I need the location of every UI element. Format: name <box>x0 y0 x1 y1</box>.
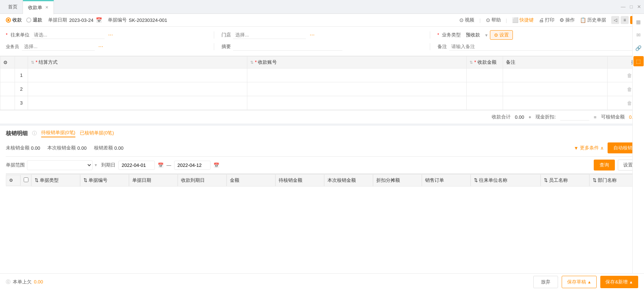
settings-button[interactable]: ⚙ 设置 <box>490 30 513 40</box>
row2-amount[interactable] <box>467 82 503 96</box>
staff-field: 业务员 ··· <box>6 43 207 51</box>
number-label: 单据编号 <box>108 17 127 23</box>
abandon-button[interactable]: 放弃 <box>533 276 558 288</box>
discount-input[interactable] <box>560 113 589 121</box>
row3-account[interactable] <box>247 96 467 110</box>
staff-more-btn[interactable]: ··· <box>97 43 105 50</box>
row2-account[interactable] <box>247 82 467 96</box>
gear-icon: ⚙ <box>494 32 498 38</box>
row2-settle[interactable] <box>28 82 247 96</box>
tab-home[interactable]: 首页 <box>3 0 23 14</box>
store-more-btn[interactable]: ··· <box>308 32 316 38</box>
bottom-col-amount: 金额 <box>227 174 275 187</box>
row1-gear <box>0 68 15 82</box>
layout-icon-1[interactable]: ◁ <box>611 16 619 24</box>
help-button[interactable]: ⊙ 帮助 <box>486 17 501 23</box>
row1-delete-icon[interactable]: 🗑 <box>627 72 632 78</box>
shortcut-button[interactable]: ⬜ 快捷键 <box>512 17 534 23</box>
calendar-to-icon[interactable]: 📅 <box>213 162 219 168</box>
select-all-checkbox[interactable] <box>24 177 28 182</box>
bottom-col-date: 单据日期 <box>129 174 178 187</box>
summary-row: 收款合计 0.00 + 现金折扣: = 可核销金额 0.00 <box>0 110 644 124</box>
close-button[interactable]: ✕ <box>637 4 641 9</box>
col-gear[interactable]: ⚙ <box>0 56 15 68</box>
date-field-group: 单据日期 2023-03-24 📅 <box>48 17 102 23</box>
sep2: | <box>506 17 507 23</box>
row3-settle[interactable] <box>28 96 247 110</box>
refund-radio-label: 退款 <box>33 17 42 23</box>
history-icon: 📋 <box>580 17 586 23</box>
row3-delete-icon[interactable]: 🗑 <box>627 100 632 106</box>
biz-type-chevron[interactable]: ▾ <box>485 32 488 38</box>
partner-label: 往来单位 <box>11 32 30 38</box>
current-value: 0.00 <box>77 145 86 151</box>
sidebar-table-icon[interactable]: ▦ <box>633 17 644 27</box>
col-note: 备注 <box>503 56 608 68</box>
summary-input[interactable] <box>233 43 342 51</box>
sort-icon: ⇅ <box>35 177 39 183</box>
verify-header: 核销明细 ⓘ 待核销单据(0笔) 已核销单据(0笔) <box>6 129 638 137</box>
sidebar-mail-icon[interactable]: ✉ <box>633 30 644 40</box>
sort-icon: ⇅ <box>544 177 548 183</box>
save-new-arrow: ▲ <box>629 280 633 284</box>
video-label: 视频 <box>465 17 474 23</box>
due-date-label: 到期日 <box>101 162 115 168</box>
operation-button[interactable]: ⚙ 操作 <box>559 17 575 23</box>
tab-close-icon[interactable]: ✕ <box>45 5 48 10</box>
col-account: ⇅ * 收款账号 <box>247 56 467 68</box>
row3-note[interactable] <box>503 96 608 110</box>
amount-label: 收款金额 <box>478 59 496 65</box>
store-field: 门店 ··· <box>221 31 422 39</box>
receipt-radio[interactable]: 收款 <box>6 17 22 23</box>
row1-amount[interactable] <box>467 68 503 82</box>
partner-more-btn[interactable]: ··· <box>107 32 114 38</box>
range-chevron: ▾ <box>95 162 97 168</box>
store-input[interactable] <box>233 31 306 39</box>
video-button[interactable]: ⊙ 视频 <box>459 17 474 23</box>
query-button[interactable]: 查询 <box>594 160 615 171</box>
row1-account[interactable] <box>247 68 467 82</box>
row2-delete-icon[interactable]: 🗑 <box>627 86 632 92</box>
staff-input[interactable] <box>22 43 95 51</box>
info-icon: ⓪ <box>6 279 11 285</box>
sort-icon: ⇅ <box>593 177 597 183</box>
store-label: 门店 <box>221 32 231 38</box>
date-from-input[interactable] <box>118 161 155 170</box>
note-input[interactable] <box>449 43 638 51</box>
history-label: 历史单据 <box>587 17 606 23</box>
partner-input[interactable] <box>32 31 105 39</box>
receipt-type-group: 收款 退款 <box>6 17 42 23</box>
done-tab[interactable]: 已核销单据(0笔) <box>80 130 114 137</box>
pending-tab[interactable]: 待核销单据(0笔) <box>41 129 75 137</box>
row1-settle[interactable] <box>28 68 247 82</box>
row2-note[interactable] <box>503 82 608 96</box>
tab-receipt[interactable]: 收款单 ✕ <box>23 0 54 14</box>
save-new-button[interactable]: 保存&新增 ▲ <box>600 276 638 288</box>
print-button[interactable]: 🖨 打印 <box>539 17 554 23</box>
date-value[interactable]: 2023-03-24 <box>69 17 94 23</box>
table-row: 2 🗑 ⧉ <box>0 82 644 96</box>
account-required: * <box>255 59 257 65</box>
row3-amount[interactable] <box>467 96 503 110</box>
form-area: * 往来单位 ··· 门店 ··· * 业务类型 预收款 ▾ ⚙ <box>0 27 644 56</box>
range-select[interactable] <box>27 160 93 170</box>
more-conditions-btn[interactable]: ▼ 更多条件 ∧ <box>574 145 604 151</box>
refund-radio[interactable]: 退款 <box>26 17 42 23</box>
calendar-from-icon[interactable]: 📅 <box>158 162 164 168</box>
row1-note[interactable] <box>503 68 608 82</box>
bottom-col-pending: 待核销金额 <box>275 174 324 187</box>
sidebar-link-icon[interactable]: 🔗 <box>633 43 644 53</box>
range-field: 单据范围 ▾ <box>6 160 97 170</box>
calendar-icon[interactable]: 📅 <box>96 17 102 23</box>
layout-icon-2[interactable]: ≡ <box>621 16 629 24</box>
minimize-button[interactable]: — <box>621 4 625 9</box>
bottom-col-gear[interactable]: ⚙ <box>6 175 20 186</box>
sidebar-camera-icon[interactable]: ⬚ <box>633 56 644 66</box>
date-to-input[interactable] <box>174 161 211 170</box>
top-toolbar: 收款 退款 单据日期 2023-03-24 📅 单据编号 SK-20230324… <box>0 14 644 27</box>
bottom-col-check[interactable] <box>20 175 31 186</box>
history-button[interactable]: 📋 历史单据 <box>580 17 606 23</box>
save-draft-button[interactable]: 保存草稿 ▲ <box>562 276 597 288</box>
bottom-bar: ⓪ 本单上欠 0.00 放弃 保存草稿 ▲ 保存&新增 ▲ <box>0 273 644 290</box>
maximize-button[interactable]: □ <box>630 4 633 9</box>
